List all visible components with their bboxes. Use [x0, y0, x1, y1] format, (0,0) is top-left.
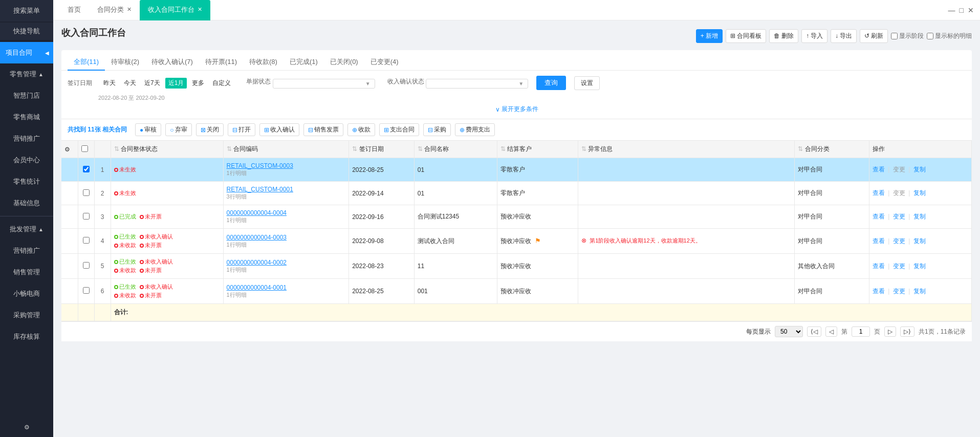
contract-link[interactable]: RETAIL_CUSTOM-0003 — [227, 162, 293, 169]
filter-tab-pending-income[interactable]: 待收入确认(7) — [145, 54, 199, 71]
row-checkbox[interactable] — [78, 229, 94, 254]
purchase-btn[interactable]: ⊟ 采购 — [423, 123, 451, 136]
op-change[interactable]: 变更 — [893, 213, 905, 220]
contract-link[interactable]: 0000000000004-0004 — [227, 209, 287, 216]
prev-page-btn[interactable]: ◁ — [825, 326, 837, 337]
sidebar-item-retail-mgmt[interactable]: 零售管理 ▲ — [0, 63, 53, 85]
op-copy[interactable]: 复制 — [913, 213, 926, 220]
op-view[interactable]: 查看 — [873, 288, 885, 295]
op-view[interactable]: 查看 — [873, 263, 885, 270]
date-btn-custom[interactable]: 自定义 — [209, 78, 234, 89]
op-change[interactable]: 变更 — [893, 237, 905, 245]
contract-link[interactable]: 0000000000004-0002 — [227, 259, 287, 266]
doc-status-select[interactable]: ▼ — [273, 79, 375, 89]
op-change[interactable]: 变更 — [893, 189, 905, 196]
import-button[interactable]: ↑ 导入 — [801, 29, 827, 43]
op-change[interactable]: 变更 — [893, 166, 905, 173]
set-button[interactable]: 设置 — [574, 76, 600, 90]
sidebar-item-sales-mgmt[interactable]: 销售管理 — [0, 261, 53, 283]
op-copy[interactable]: 复制 — [913, 189, 926, 196]
tab-home[interactable]: 首页 — [59, 0, 89, 20]
new-button[interactable]: + 新增 — [696, 29, 723, 43]
row-checkbox[interactable] — [78, 205, 94, 229]
review-btn[interactable]: ● 审核 — [135, 123, 161, 136]
first-page-btn[interactable]: ⟨◁ — [807, 326, 821, 337]
expand-filter-btn[interactable]: ∨ 展开更多条件 — [495, 105, 538, 114]
sidebar-item-wholesale[interactable]: 批发管理 ▲ — [0, 218, 53, 240]
op-copy[interactable]: 复制 — [913, 166, 926, 173]
sidebar-item-basic-info[interactable]: 基础信息 — [0, 192, 53, 214]
view-button[interactable]: ⊞ 合同看板 — [726, 29, 766, 43]
next-page-btn[interactable]: ▷ — [884, 326, 896, 337]
contract-link[interactable]: RETAIL_CUSTOM-0001 — [227, 186, 293, 193]
filter-tab-pending-invoice[interactable]: 待开票(11) — [199, 54, 243, 71]
op-view[interactable]: 查看 — [873, 189, 885, 196]
minimize-icon[interactable]: — — [948, 6, 955, 14]
table-scroll[interactable]: ⚙ ⇅ 合同整体状态 ⇅ 合同编码 — [61, 141, 972, 321]
row-checkbox[interactable] — [78, 254, 94, 279]
sidebar-item-purchase[interactable]: 采购管理 — [0, 304, 53, 326]
income-confirm-select[interactable]: ▼ — [426, 79, 528, 89]
op-view[interactable]: 查看 — [873, 213, 885, 220]
op-copy[interactable]: 复制 — [913, 288, 926, 295]
date-btn-more[interactable]: 更多 — [189, 78, 207, 89]
maximize-icon[interactable]: □ — [960, 6, 964, 14]
sidebar-item-retail-stats[interactable]: 零售统计 — [0, 171, 53, 192]
close-window-icon[interactable]: ✕ — [968, 6, 974, 14]
date-btn-today[interactable]: 今天 — [121, 78, 139, 89]
row-checkbox[interactable] — [78, 279, 94, 304]
sidebar-search[interactable]: 搜索菜单 — [0, 0, 53, 21]
show-detail-checkbox[interactable]: 显示标的明细 — [927, 32, 972, 40]
close-income-contract-tab[interactable]: ✕ — [198, 6, 202, 13]
date-btn-last7[interactable]: 近7天 — [141, 78, 163, 89]
sidebar-item-project[interactable]: 项目合同 ◀ — [0, 42, 53, 63]
filter-tab-pending-review[interactable]: 待审核(2) — [105, 54, 145, 71]
op-view[interactable]: 查看 — [873, 237, 885, 245]
sidebar-item-marketing[interactable]: 营销推广 — [0, 128, 53, 149]
export-button[interactable]: ↓ 导出 — [831, 29, 857, 43]
tab-income-contract[interactable]: 收入合同工作台 ✕ — [140, 0, 210, 20]
filter-tab-closed[interactable]: 已关闭(0) — [324, 54, 364, 71]
page-size-select[interactable]: 50 100 — [775, 326, 803, 337]
sidebar-item-smart-store[interactable]: 智慧门店 — [0, 85, 53, 106]
pay-contract-btn[interactable]: ⊞ 支出合同 — [379, 123, 419, 136]
date-btn-last-month[interactable]: 近1月 — [165, 78, 187, 89]
op-view[interactable]: 查看 — [873, 166, 885, 173]
filter-tab-pending-payment[interactable]: 待收款(8) — [243, 54, 284, 71]
income-confirm-btn[interactable]: ⊞ 收入确认 — [259, 123, 299, 136]
sidebar-item-member[interactable]: 会员中心 — [0, 149, 53, 171]
filter-tab-changed[interactable]: 已变更(4) — [364, 54, 405, 71]
row-checkbox[interactable] — [78, 158, 94, 182]
print-btn[interactable]: ⊟ 打开 — [228, 123, 255, 136]
expense-btn[interactable]: ⊕ 费用支出 — [455, 123, 495, 136]
sidebar-item-online-retail[interactable]: 零售商城 — [0, 106, 53, 128]
tab-contract-category[interactable]: 合同分类 ✕ — [89, 0, 140, 20]
col-checkbox[interactable] — [78, 141, 94, 158]
last-page-btn[interactable]: ▷⟩ — [900, 326, 914, 337]
op-copy[interactable]: 复制 — [913, 237, 926, 245]
sidebar-item-xiaochange[interactable]: 小畅电商 — [0, 283, 53, 304]
filter-tab-completed[interactable]: 已完成(1) — [284, 54, 324, 71]
close-btn[interactable]: ⊠ 关闭 — [196, 123, 224, 136]
filter-tab-all[interactable]: 全部(11) — [68, 54, 105, 71]
date-btn-yesterday[interactable]: 昨天 — [100, 78, 119, 89]
op-copy[interactable]: 复制 — [913, 263, 926, 270]
sidebar-nav[interactable]: 快捷导航 — [0, 23, 53, 40]
collect-btn[interactable]: ⊕ 收款 — [347, 123, 375, 136]
contract-link[interactable]: 0000000000004-0001 — [227, 284, 287, 291]
row-checkbox[interactable] — [78, 182, 94, 205]
sidebar-item-marketing2[interactable]: 营销推广 — [0, 240, 53, 261]
refresh-button[interactable]: ↺ 刷新 — [860, 29, 888, 43]
op-change[interactable]: 变更 — [893, 288, 905, 295]
op-change[interactable]: 变更 — [893, 263, 905, 270]
contract-link[interactable]: 0000000000004-0003 — [227, 234, 287, 241]
col-gear[interactable]: ⚙ — [61, 141, 78, 158]
delete-button[interactable]: 🗑 删除 — [769, 29, 798, 43]
select-all-checkbox[interactable] — [81, 145, 88, 152]
abandon-btn[interactable]: ○ 弃审 — [165, 123, 191, 136]
show-field-checkbox[interactable]: 显示阶段 — [891, 32, 924, 40]
page-input[interactable] — [852, 326, 870, 337]
close-contract-category-tab[interactable]: ✕ — [127, 6, 132, 13]
sidebar-settings[interactable]: ⚙ — [0, 418, 53, 437]
query-button[interactable]: 查询 — [536, 76, 566, 90]
